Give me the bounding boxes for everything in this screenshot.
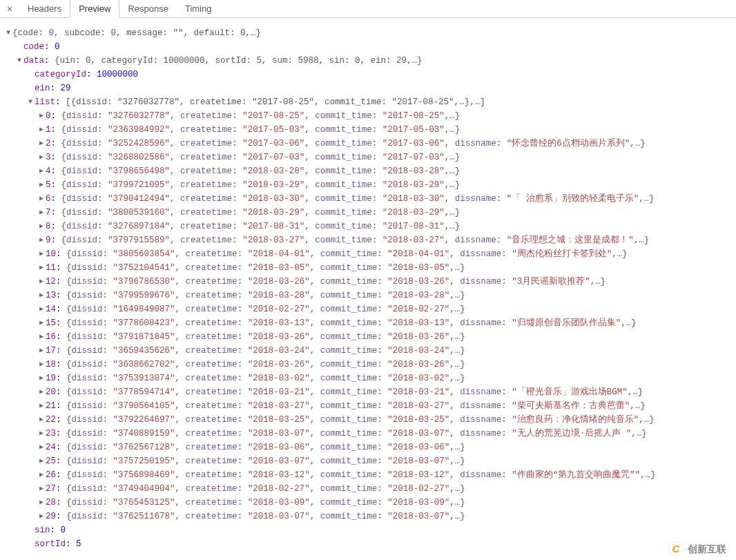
expand-right-icon[interactable]: ▶ xyxy=(37,482,46,496)
list-item[interactable]: ▶29: {dissid: "3762511678", createtime: … xyxy=(4,510,732,523)
root-row[interactable]: ▼ {code: 0, subcode: 0, message: "", def… xyxy=(4,26,732,40)
expand-right-icon[interactable]: ▶ xyxy=(37,399,46,413)
preview-tree: ▼ {code: 0, subcode: 0, message: "", def… xyxy=(0,18,736,560)
expand-right-icon[interactable]: ▶ xyxy=(37,220,46,233)
data-row[interactable]: ▼ data: {uin: 0, categoryId: 10000000, s… xyxy=(4,54,732,68)
expand-right-icon[interactable]: ▶ xyxy=(37,358,46,371)
list-item[interactable]: ▶11: {dissid: "3752104541", createtime: … xyxy=(4,261,732,275)
close-icon[interactable]: × xyxy=(0,3,19,17)
list-item[interactable]: ▶25: {dissid: "3757250195", createtime: … xyxy=(4,454,732,468)
expand-down-icon[interactable]: ▼ xyxy=(4,26,12,40)
list-item[interactable]: ▶17: {dissid: "3659435626", createtime: … xyxy=(4,344,732,358)
expand-right-icon[interactable]: ▶ xyxy=(37,330,46,344)
list-item[interactable]: ▶3: {dissid: "3268802586", createtime: "… xyxy=(4,151,732,164)
expand-right-icon[interactable]: ▶ xyxy=(37,261,46,275)
list-item[interactable]: ▶21: {dissid: "3790564105", createtime: … xyxy=(4,399,732,413)
expand-down-icon[interactable]: ▼ xyxy=(15,54,23,68)
expand-right-icon[interactable]: ▶ xyxy=(37,233,46,247)
watermark-text: 创新互联 xyxy=(688,542,726,556)
expand-right-icon[interactable]: ▶ xyxy=(37,371,46,385)
list-item[interactable]: ▶23: {dissid: "3740889159", createtime: … xyxy=(4,427,732,441)
expand-right-icon[interactable]: ▶ xyxy=(37,344,46,358)
list-item[interactable]: ▶22: {dissid: "3792264697", createtime: … xyxy=(4,413,732,427)
expand-right-icon[interactable]: ▶ xyxy=(37,468,46,482)
tab-headers[interactable]: Headers xyxy=(19,0,70,17)
list-item[interactable]: ▶28: {dissid: "3765453125", createtime: … xyxy=(4,496,732,510)
list-item[interactable]: ▶4: {dissid: "3798656498", createtime: "… xyxy=(4,164,732,178)
expand-right-icon[interactable]: ▶ xyxy=(37,413,46,427)
expand-right-icon[interactable]: ▶ xyxy=(37,316,46,330)
list-item[interactable]: ▶27: {dissid: "3749404904", createtime: … xyxy=(4,482,732,496)
list-row[interactable]: ▼ list: [{dissid: "3276032778", createti… xyxy=(4,95,732,109)
list-item[interactable]: ▶6: {dissid: "3790412494", createtime: "… xyxy=(4,192,732,206)
expand-right-icon[interactable]: ▶ xyxy=(37,137,46,151)
watermark: C 创新互联 xyxy=(668,541,726,557)
list-item[interactable]: ▶19: {dissid: "3753913074", createtime: … xyxy=(4,371,732,385)
tab-preview[interactable]: Preview xyxy=(70,0,119,18)
categoryid-row[interactable]: categoryId: 10000000 xyxy=(4,68,732,81)
code-row[interactable]: code: 0 xyxy=(4,40,732,54)
list-item[interactable]: ▶20: {dissid: "3778594714", createtime: … xyxy=(4,385,732,399)
expand-right-icon[interactable]: ▶ xyxy=(37,109,46,123)
expand-right-icon[interactable]: ▶ xyxy=(37,454,46,468)
expand-right-icon[interactable]: ▶ xyxy=(37,164,46,178)
devtools-tabs: × Headers Preview Response Timing xyxy=(0,0,736,18)
expand-right-icon[interactable]: ▶ xyxy=(37,496,46,510)
list-item[interactable]: ▶12: {dissid: "3796786530", createtime: … xyxy=(4,275,732,289)
expand-right-icon[interactable]: ▶ xyxy=(37,289,46,302)
expand-right-icon[interactable]: ▶ xyxy=(37,192,46,206)
list-item[interactable]: ▶10: {dissid: "3805603854", createtime: … xyxy=(4,247,732,261)
list-item[interactable]: ▶15: {dissid: "3778608423", createtime: … xyxy=(4,316,732,330)
list-item[interactable]: ▶13: {dissid: "3799599676", createtime: … xyxy=(4,289,732,302)
expand-right-icon[interactable]: ▶ xyxy=(37,510,46,523)
expand-right-icon[interactable]: ▶ xyxy=(37,302,46,316)
list-item[interactable]: ▶24: {dissid: "3762567128", createtime: … xyxy=(4,441,732,454)
tab-timing[interactable]: Timing xyxy=(177,0,220,17)
sin-row[interactable]: sin: 0 xyxy=(4,523,732,537)
list-item[interactable]: ▶5: {dissid: "3799721095", createtime: "… xyxy=(4,178,732,192)
list-item[interactable]: ▶2: {dissid: "3252428596", createtime: "… xyxy=(4,137,732,151)
expand-right-icon[interactable]: ▶ xyxy=(37,123,46,137)
expand-right-icon[interactable]: ▶ xyxy=(37,247,46,261)
expand-right-icon[interactable]: ▶ xyxy=(37,427,46,441)
list-item[interactable]: ▶1: {dissid: "2363984992", createtime: "… xyxy=(4,123,732,137)
expand-right-icon[interactable]: ▶ xyxy=(37,275,46,289)
sortid-row[interactable]: sortId: 5 xyxy=(4,537,732,551)
list-item[interactable]: ▶14: {dissid: "1649849087", createtime: … xyxy=(4,302,732,316)
list-item[interactable]: ▶16: {dissid: "3791871845", createtime: … xyxy=(4,330,732,344)
expand-right-icon[interactable]: ▶ xyxy=(37,385,46,399)
expand-right-icon[interactable]: ▶ xyxy=(37,178,46,192)
list-item[interactable]: ▶7: {dissid: "3800539160", createtime: "… xyxy=(4,206,732,220)
list-item[interactable]: ▶9: {dissid: "3797915589", createtime: "… xyxy=(4,233,732,247)
root-summary: {code: 0, subcode: 0, message: "", defau… xyxy=(12,26,261,40)
ein-row[interactable]: ein: 29 xyxy=(4,81,732,95)
list-item[interactable]: ▶8: {dissid: "3276897184", createtime: "… xyxy=(4,220,732,233)
list-item[interactable]: ▶18: {dissid: "3638662702", createtime: … xyxy=(4,358,732,371)
expand-right-icon[interactable]: ▶ xyxy=(37,441,46,454)
expand-right-icon[interactable]: ▶ xyxy=(37,151,46,164)
list-item[interactable]: ▶26: {dissid: "3756898469", createtime: … xyxy=(4,468,732,482)
tab-response[interactable]: Response xyxy=(119,0,177,17)
expand-down-icon[interactable]: ▼ xyxy=(26,95,35,109)
expand-right-icon[interactable]: ▶ xyxy=(37,206,46,220)
list-item[interactable]: ▶0: {dissid: "3276032778", createtime: "… xyxy=(4,109,732,123)
watermark-logo-icon: C xyxy=(668,541,684,557)
